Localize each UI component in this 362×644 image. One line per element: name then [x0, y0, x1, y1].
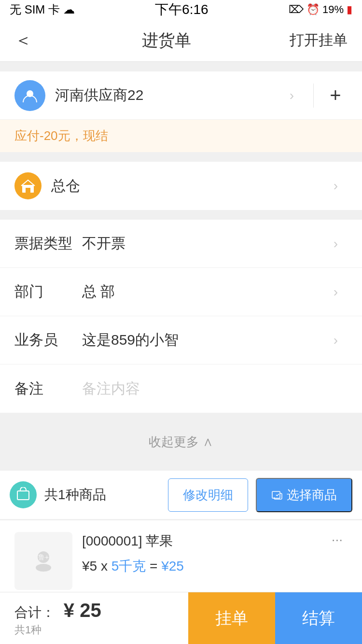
select-product-label: 选择商品: [287, 487, 337, 504]
remark-label: 备注: [14, 379, 72, 399]
select-product-icon: [271, 489, 283, 501]
vertical-divider: [313, 84, 314, 108]
salesperson-value: 这是859的小智: [72, 330, 334, 350]
svg-rect-2: [26, 188, 30, 193]
department-value: 总 部: [72, 282, 334, 302]
debt-notice: 应付-20元，现结: [0, 120, 362, 152]
product-info: [0000001] 苹果 ¥5 x 5千克 = ¥25: [82, 532, 327, 575]
invoice-type-label: 票据类型: [14, 234, 72, 253]
warehouse-chevron: ›: [334, 178, 338, 194]
remark-row[interactable]: 备注 备注内容: [0, 364, 362, 413]
product-price-formula: ¥5 x 5千克 = ¥25: [82, 557, 327, 575]
back-button[interactable]: ＜: [14, 28, 43, 52]
salesperson-chevron: ›: [334, 333, 338, 348]
supplier-row[interactable]: 河南供应商22 › +: [0, 71, 362, 120]
warehouse-row[interactable]: 总仓 ›: [0, 162, 362, 210]
status-time: 下午6:16: [155, 0, 209, 19]
status-left: 无 SIM 卡 ☁: [10, 2, 75, 17]
warehouse-svg: [20, 178, 36, 194]
supplier-section: 河南供应商22 › + 应付-20元，现结: [0, 71, 362, 152]
total-section: 合计： ¥ 25 共1种: [0, 600, 188, 637]
salesperson-label: 业务员: [14, 330, 72, 350]
warehouse-icon: [14, 172, 42, 199]
remark-input[interactable]: 备注内容: [72, 379, 348, 399]
product-placeholder-icon: 鲁+: [29, 546, 58, 575]
add-product-button[interactable]: +: [323, 84, 348, 106]
divider-1: [0, 62, 362, 71]
nav-bar: ＜ 进货单 打开挂单: [0, 19, 362, 62]
user-icon: [21, 87, 39, 104]
products-header: 共1种商品 修改明细 选择商品: [0, 471, 362, 519]
select-product-button[interactable]: 选择商品: [256, 478, 352, 512]
open-hang-button[interactable]: 打开挂单: [290, 30, 348, 50]
cart-icon: [15, 487, 31, 503]
department-label: 部门: [14, 282, 72, 302]
product-item: 鲁+ [0000001] 苹果 ¥5 x 5千克 = ¥25 ···: [0, 520, 362, 602]
invoice-type-row[interactable]: 票据类型 不开票 ›: [0, 220, 362, 268]
page-title: 进货单: [142, 29, 191, 52]
svg-rect-3: [17, 491, 29, 500]
svg-point-6: [36, 564, 51, 572]
department-chevron: ›: [334, 284, 338, 300]
warehouse-name: 总仓: [51, 176, 334, 196]
supplier-avatar: [14, 80, 45, 111]
supplier-name: 河南供应商22: [55, 85, 290, 105]
unit-price: ¥5: [82, 559, 97, 574]
department-row[interactable]: 部门 总 部 ›: [0, 268, 362, 316]
sim-status: 无 SIM 卡 ☁: [10, 2, 75, 17]
total-count: 共1种: [14, 623, 174, 637]
checkout-button[interactable]: 结算: [275, 592, 362, 644]
location-icon: ⌦: [289, 3, 304, 16]
status-bar: 无 SIM 卡 ☁ 下午6:16 ⌦ ⏰ 19% ▮: [0, 0, 362, 19]
edit-detail-button[interactable]: 修改明细: [168, 478, 248, 512]
total-label: 合计：: [14, 605, 55, 620]
invoice-chevron: ›: [334, 236, 338, 252]
battery-level: 19%: [322, 3, 344, 16]
subtotal: ¥25: [161, 559, 184, 574]
products-icon: [10, 481, 37, 508]
alarm-icon: ⏰: [306, 3, 320, 16]
form-section: 票据类型 不开票 › 部门 总 部 › 业务员 这是859的小智 › 备注 备注…: [0, 220, 362, 413]
battery-icon: ▮: [347, 3, 352, 16]
supplier-chevron: ›: [290, 88, 294, 103]
multiply-sign: x: [101, 559, 111, 574]
quantity: 5千克: [111, 559, 146, 574]
product-name: [0000001] 苹果: [82, 532, 327, 550]
hang-button[interactable]: 挂单: [188, 592, 275, 644]
product-thumbnail: 鲁+: [14, 532, 72, 590]
collapse-label: 收起更多 ∧: [149, 434, 213, 450]
bottom-bar: 合计： ¥ 25 共1种 挂单 结算: [0, 592, 362, 644]
invoice-type-value: 不开票: [72, 234, 334, 253]
svg-text:鲁+: 鲁+: [38, 553, 49, 561]
status-right: ⌦ ⏰ 19% ▮: [289, 3, 352, 16]
collapse-button[interactable]: 收起更多 ∧: [0, 422, 362, 461]
product-more-button[interactable]: ···: [327, 532, 348, 547]
divider-2: [0, 152, 362, 162]
products-count: 共1种商品: [44, 486, 168, 504]
equals-sign: =: [150, 559, 161, 574]
total-amount: ¥ 25: [64, 600, 101, 621]
salesperson-row[interactable]: 业务员 这是859的小智 ›: [0, 316, 362, 364]
